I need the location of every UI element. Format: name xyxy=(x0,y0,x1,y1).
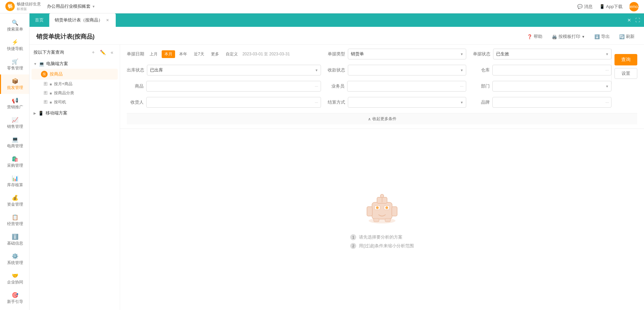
left-panel: 按以下方案查询 ＋ ✏️ « xyxy=(30,45,120,310)
sidebar-item-label: 搜索菜单 xyxy=(2,27,28,32)
filter-cell-department: 部门 ▼ xyxy=(473,81,611,92)
user-name: demo2 xyxy=(628,4,640,9)
date-shortcut-custom[interactable]: 自定义 xyxy=(223,50,240,58)
top-bar-left: 畅 畅捷信好生意 标准版 办公用品行业模拟账套 ▼ xyxy=(5,2,98,11)
date-shortcut-this-year[interactable]: 本年 xyxy=(176,50,190,58)
help-icon: ❓ xyxy=(527,34,532,39)
sidebar-item-basic[interactable]: ℹ️ 基础信息 xyxy=(0,230,29,250)
collapse-panel-button[interactable]: « xyxy=(108,49,116,56)
department-label: 部门 xyxy=(473,83,490,89)
sidebar-item-system[interactable]: ⚙️ 系统管理 xyxy=(0,250,29,269)
tab-home[interactable]: 首页 xyxy=(30,13,49,27)
warehouse-label: 仓库 xyxy=(473,67,490,73)
sidebar-item-ecommerce[interactable]: 💻 电商管理 xyxy=(0,133,29,152)
query-button[interactable]: 查询 xyxy=(614,54,637,65)
goods-select[interactable] xyxy=(146,81,321,92)
sidebar-item-search[interactable]: 🔍 搜索菜单 xyxy=(0,16,29,36)
month-goods-icon: ■ xyxy=(50,82,52,86)
date-shortcut-this-month[interactable]: 本月 xyxy=(162,50,175,58)
receipt-status-select[interactable] xyxy=(348,65,466,75)
sidebar-item-purchase[interactable]: 🛍️ 采购管理 xyxy=(0,152,29,172)
sidebar-item-label: 快捷导航 xyxy=(2,46,28,52)
export-button[interactable]: ⬇️ 导出 xyxy=(592,32,612,41)
sidebar-item-label: 企业协同 xyxy=(2,279,28,285)
scheme-group-mobile-header[interactable]: ▶ 📱 移动端方案 xyxy=(30,108,120,118)
sidebar-item-operations[interactable]: 📋 经营管理 xyxy=(0,211,29,230)
date-shortcut-last-month[interactable]: 上月 xyxy=(147,50,160,58)
scheme-item-month-goods[interactable]: 图 ■ 按月+商品 xyxy=(32,80,118,89)
message-button[interactable]: 💬 消息 xyxy=(577,4,593,10)
sidebar-item-guide[interactable]: 🎯 新手引导 xyxy=(0,289,29,308)
machine-label: 按司机 xyxy=(54,99,66,105)
date-filter-control: 上月 本月 本年 近7天 更多 自定义 2023-03-01 至 20 xyxy=(147,50,321,58)
tip-num-2: 2 xyxy=(350,243,356,249)
filter-cell-date: 单据日期 上月 本月 本年 近7天 更多 xyxy=(127,50,321,58)
edit-scheme-button[interactable]: ✏️ xyxy=(99,49,106,56)
doc-type-select[interactable]: 销货单 xyxy=(348,49,466,59)
scheme-group-pc-header[interactable]: ▼ 💻 电脑端方案 xyxy=(30,59,120,69)
refresh-button[interactable]: 🔄 刷新 xyxy=(616,32,637,41)
quick-nav-icon: ⚡ xyxy=(2,39,28,45)
brand-select[interactable] xyxy=(492,97,611,108)
salesman-select[interactable] xyxy=(347,81,466,92)
sidebar-item-enterprise[interactable]: 🤝 企业协同 xyxy=(0,269,29,289)
out-status-select[interactable]: 已出库 xyxy=(147,65,321,75)
department-select[interactable] xyxy=(492,81,611,92)
export-label: 导出 xyxy=(601,34,610,40)
settings-button[interactable]: 设置 xyxy=(614,68,637,79)
date-shortcut-more[interactable]: 更多 xyxy=(208,50,222,58)
salesman-label: 业务员 xyxy=(328,83,344,89)
tab-close-icon[interactable]: ✕ xyxy=(105,17,110,23)
finance-icon: 💰 xyxy=(2,195,28,201)
help-button[interactable]: ❓ 帮助 xyxy=(524,32,545,41)
sidebar-item-retail[interactable]: 🛒 零售管理 xyxy=(0,55,29,74)
tab-sales-stat[interactable]: 销货单统计表（按商品） ✕ xyxy=(49,13,116,27)
user-avatar[interactable]: demo2 xyxy=(629,2,639,11)
top-bar-right: 💬 消息 📱 App下载 demo2 xyxy=(577,2,639,11)
tab-close-window-icon[interactable]: ✕ xyxy=(626,16,633,24)
date-shortcut-7days[interactable]: 近7天 xyxy=(191,50,207,58)
brand-label: 品牌 xyxy=(473,99,490,105)
sidebar-item-sales-mgmt[interactable]: 📈 销售管理 xyxy=(0,113,29,133)
salesman-dots-icon: ··· xyxy=(460,84,464,89)
app-download-label: App下载 xyxy=(606,4,623,10)
print-button[interactable]: 🖨️ 按模板打印 ▼ xyxy=(549,32,588,41)
warehouse-dots-icon: ··· xyxy=(605,68,609,72)
sidebar-item-label: 采购管理 xyxy=(2,163,28,168)
sidebar-item-app-center[interactable]: 📱 应用中心 xyxy=(0,308,29,310)
doc-status-select-wrapper: 已生效 ▼ xyxy=(493,49,611,59)
logo-text-block: 畅捷信好生意 标准版 xyxy=(17,2,41,11)
machine-type-icon: 图 xyxy=(44,99,48,105)
tip-num-1: 1 xyxy=(350,234,356,240)
left-panel-header: 按以下方案查询 ＋ ✏️ « xyxy=(30,49,120,59)
sidebar-item-inventory[interactable]: 📊 库存核算 xyxy=(0,172,29,191)
out-status-value: 已出库 xyxy=(150,67,163,73)
tip-text-2: 用[过滤]条件来缩小分析范围 xyxy=(359,243,414,249)
doc-status-select[interactable]: 已生效 xyxy=(493,49,611,59)
sidebar-item-marketing[interactable]: 📢 营销推广 xyxy=(0,94,29,113)
app-download-button[interactable]: 📱 App下载 xyxy=(599,4,623,10)
sidebar-item-quick-nav[interactable]: ⚡ 快捷导航 xyxy=(0,36,29,55)
warehouse-select[interactable] xyxy=(492,65,611,75)
sidebar-item-label: 系统管理 xyxy=(2,260,28,266)
scheme-item-goods-category[interactable]: 图 ■ 按商品分类 xyxy=(32,89,118,98)
tab-fullscreen-icon[interactable]: ⛶ xyxy=(634,16,641,24)
system-icon: ⚙️ xyxy=(2,253,28,259)
add-scheme-button[interactable]: ＋ xyxy=(90,49,97,56)
sidebar-item-wholesale[interactable]: 📦 批发管理 xyxy=(0,74,29,94)
recipient-select[interactable] xyxy=(146,97,321,108)
tip-text-1: 请先选择要分析的方案 xyxy=(359,234,402,240)
settlement-select[interactable] xyxy=(348,97,466,108)
pc-group-icon: 💻 xyxy=(39,61,44,66)
industry-selector[interactable]: 办公用品行业模拟账套 ▼ xyxy=(44,2,98,11)
filter-cell-brand: 品牌 ··· xyxy=(473,97,611,108)
empty-tip-2: 2 用[过滤]条件来缩小分析范围 xyxy=(350,243,414,249)
collapse-more-button[interactable]: ∧ 收起更多条件 xyxy=(127,113,637,124)
scheme-item-by-machine[interactable]: 图 ■ 按司机 xyxy=(32,98,118,107)
scheme-item-by-goods[interactable]: 按 按商品 xyxy=(32,69,118,80)
out-status-select-wrapper: 已出库 ▼ xyxy=(147,65,321,75)
sidebar-item-finance[interactable]: 💰 资金管理 xyxy=(0,191,29,211)
machine-icon: ■ xyxy=(50,100,52,104)
doc-status-label: 单据状态 xyxy=(473,51,490,57)
filter-row-goods: 商品 ··· xyxy=(127,81,611,92)
